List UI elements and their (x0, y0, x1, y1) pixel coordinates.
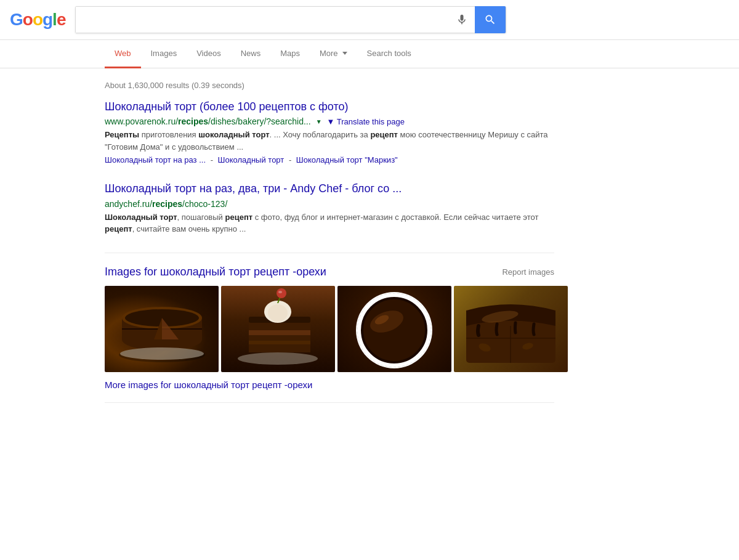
result-url: www.povarenok.ru/recipes/dishes/bakery/?… (105, 116, 311, 126)
translate-link[interactable]: ▼ Translate this page (327, 117, 405, 126)
svg-rect-9 (249, 341, 310, 344)
result-snippet: Рецепты приготовления шоколадный торт. .… (105, 129, 554, 153)
tab-web[interactable]: Web (105, 40, 141, 68)
result-url: andychef.ru/recipes/choco-123/ (105, 199, 227, 209)
tab-videos[interactable]: Videos (187, 40, 231, 68)
header: Google шоколадный торт рецепт -орехи (0, 0, 739, 40)
search-button[interactable] (475, 6, 506, 33)
result-title[interactable]: Шоколадный торт на раз, два, три - Andy … (105, 182, 554, 196)
logo-letter-g: G (10, 10, 23, 29)
tab-more[interactable]: More (310, 40, 357, 68)
tab-images[interactable]: Images (141, 40, 187, 68)
image-thumb[interactable] (337, 286, 451, 372)
more-dropdown-arrow (342, 52, 347, 55)
dropdown-arrow-url: ▼ (316, 118, 322, 125)
svg-point-13 (277, 288, 286, 298)
tab-news[interactable]: News (231, 40, 271, 68)
search-input[interactable]: шоколадный торт рецепт -орехи (76, 7, 448, 33)
image-thumb[interactable] (454, 286, 568, 372)
cake-3-svg (337, 286, 451, 372)
logo-letter-g2: g (42, 10, 52, 29)
section-divider (105, 253, 554, 253)
cake-2-svg (221, 286, 335, 372)
sitelink[interactable]: Шоколадный торт (218, 155, 285, 164)
nav-tabs: Web Images Videos News Maps More Search … (0, 40, 739, 68)
logo-letter-e: e (57, 10, 66, 29)
result-item: Шоколадный торт (более 100 рецептов с фо… (105, 100, 554, 164)
tab-maps[interactable]: Maps (270, 40, 310, 68)
image-thumb[interactable] (105, 286, 219, 372)
result-title[interactable]: Шоколадный торт (более 100 рецептов с фо… (105, 100, 554, 114)
svg-point-12 (268, 304, 288, 322)
logo-letter-l: l (52, 10, 57, 29)
search-bar: шоколадный торт рецепт -орехи (75, 6, 506, 33)
images-section: Images for шоколадный торт рецепт -орехи… (105, 266, 554, 390)
search-icon (484, 14, 496, 26)
result-url-line: www.povarenok.ru/recipes/dishes/bakery/?… (105, 116, 554, 126)
result-url-line: andychef.ru/recipes/choco-123/ (105, 199, 554, 209)
result-sitelinks: Шоколадный торт на раз ... - Шоколадный … (105, 155, 554, 164)
sitelink[interactable]: Шоколадный торт "Маркиз" (296, 155, 398, 164)
images-grid (105, 286, 554, 372)
image-thumb[interactable] (221, 286, 335, 372)
logo-letter-o1: o (23, 10, 33, 29)
images-header: Images for шоколадный торт рецепт -орехи… (105, 266, 554, 278)
result-snippet: Шоколадный торт, пошаговый рецепт с фото… (105, 211, 554, 235)
logo-letter-o2: o (33, 10, 42, 29)
mic-button[interactable] (448, 6, 475, 33)
mic-icon (456, 14, 468, 26)
svg-rect-8 (249, 330, 310, 335)
bottom-divider (105, 402, 554, 403)
cake-4-svg (454, 286, 568, 372)
more-images-link[interactable]: More images for шоколадный торт рецепт -… (105, 379, 554, 390)
sitelink[interactable]: Шоколадный торт на раз ... (105, 155, 206, 164)
report-images-link[interactable]: Report images (502, 267, 554, 277)
svg-point-7 (238, 352, 318, 365)
tab-search-tools[interactable]: Search tools (357, 40, 421, 68)
results-container: About 1,630,000 results (0.39 seconds) Ш… (0, 68, 554, 403)
cake-1-svg (108, 287, 216, 370)
results-count: About 1,630,000 results (0.39 seconds) (105, 75, 554, 100)
svg-point-6 (120, 347, 204, 360)
url-highlight: recipes (152, 199, 182, 209)
svg-point-14 (278, 291, 282, 293)
result-item: Шоколадный торт на раз, два, три - Andy … (105, 182, 554, 235)
images-section-title[interactable]: Images for шоколадный торт рецепт -орехи (105, 266, 326, 278)
google-logo[interactable]: Google (10, 10, 65, 30)
url-highlight: recipes (178, 116, 208, 126)
